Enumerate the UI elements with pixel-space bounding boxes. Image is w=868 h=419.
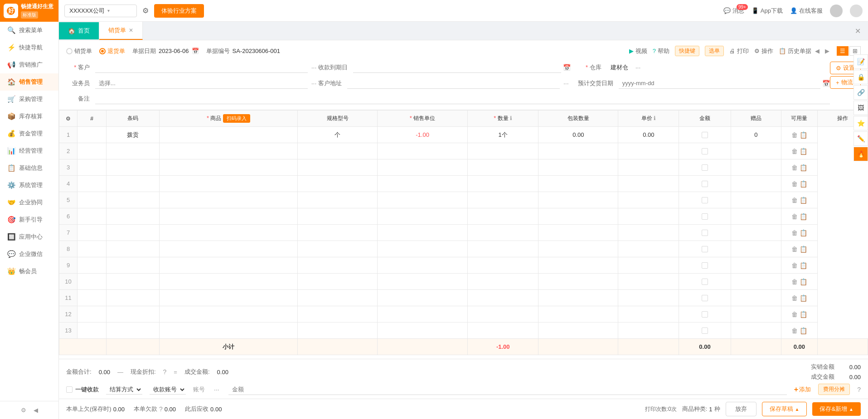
sidebar-item-quick-nav[interactable]: ⚡ 快捷导航 — [0, 39, 58, 56]
row-qty[interactable] — [378, 208, 468, 225]
row-price[interactable] — [538, 192, 618, 208]
date-value[interactable]: 2023-06-06 — [159, 48, 189, 54]
row-barcode[interactable] — [78, 176, 107, 192]
radio-sales-order[interactable]: 销货单 — [66, 47, 92, 55]
row-spec[interactable] — [159, 143, 297, 159]
row-gift[interactable] — [679, 290, 731, 306]
row-copy-icon[interactable]: 📋 — [800, 131, 807, 139]
operate-action[interactable]: ⚙ 操作 — [754, 47, 773, 55]
row-amount[interactable] — [618, 274, 679, 290]
row-gift[interactable] — [679, 323, 731, 339]
row-copy-icon[interactable]: 📋 — [800, 246, 807, 253]
debt-help-icon[interactable]: ? — [159, 405, 163, 413]
row-copy-icon[interactable]: 📋 — [800, 213, 807, 220]
gift-checkbox[interactable] — [702, 246, 708, 252]
row-delete-icon[interactable]: 🗑 — [791, 246, 798, 253]
row-unit[interactable]: 个 — [298, 127, 378, 143]
sidebar-item-operation[interactable]: 📊 经营管理 — [0, 142, 58, 159]
prev-arrow-icon[interactable]: ◀ — [813, 47, 821, 55]
row-spec[interactable] — [159, 225, 297, 241]
row-copy-icon[interactable]: 📋 — [800, 311, 807, 318]
float-image-btn[interactable]: 🖼 — [853, 101, 868, 115]
sidebar-item-system[interactable]: ⚙️ 系统管理 — [0, 177, 58, 194]
experience-button[interactable]: 体验行业方案 — [154, 4, 204, 18]
gift-checkbox[interactable] — [702, 295, 708, 301]
row-unit[interactable] — [298, 257, 378, 274]
row-barcode[interactable] — [78, 241, 107, 257]
collapse-icon[interactable]: ◀ — [32, 405, 40, 415]
row-spec[interactable] — [159, 176, 297, 192]
row-unit[interactable] — [298, 290, 378, 306]
row-price[interactable] — [538, 143, 618, 159]
float-orange-btn[interactable]: 🔥 — [853, 147, 868, 161]
row-barcode[interactable] — [78, 306, 107, 323]
row-spec[interactable] — [159, 323, 297, 339]
row-qty[interactable] — [378, 225, 468, 241]
row-price[interactable] — [538, 306, 618, 323]
row-delete-icon[interactable]: 🗑 — [791, 131, 798, 139]
row-barcode[interactable] — [78, 290, 107, 306]
history-action[interactable]: 📋 历史单据 ◀ ▶ — [779, 47, 831, 55]
row-qty[interactable] — [378, 306, 468, 323]
row-unit[interactable] — [298, 208, 378, 225]
gift-checkbox[interactable] — [702, 262, 708, 269]
row-amount[interactable] — [618, 192, 679, 208]
select-button[interactable]: 选单 — [705, 46, 724, 56]
row-price[interactable] — [538, 159, 618, 176]
row-qty[interactable]: -1.00 — [378, 127, 468, 143]
row-packqty[interactable] — [468, 143, 538, 159]
video-action[interactable]: ▶ 视频 — [629, 47, 647, 55]
account-select[interactable]: 收款账号 — [150, 385, 186, 395]
app-download-item[interactable]: 📱 App下载 — [752, 7, 783, 15]
calendar-icon[interactable]: 📅 — [192, 48, 199, 54]
row-product[interactable] — [107, 257, 159, 274]
one-click-pay-checkbox[interactable] — [66, 386, 73, 393]
row-packqty[interactable] — [468, 257, 538, 274]
row-delete-icon[interactable]: 🗑 — [791, 229, 798, 236]
sidebar-item-finance[interactable]: 💰 资金管理 — [0, 125, 58, 142]
row-delete-icon[interactable]: 🗑 — [791, 311, 798, 318]
row-amount[interactable] — [618, 290, 679, 306]
save-new-button[interactable]: 保存&新增 ▲ — [812, 402, 861, 416]
row-delete-icon[interactable]: 🗑 — [791, 197, 798, 204]
radio-return-order[interactable]: 退货单 — [99, 47, 125, 55]
row-packqty[interactable]: 1个 — [468, 127, 538, 143]
customer-input[interactable] — [95, 62, 308, 73]
row-gift[interactable] — [679, 241, 731, 257]
row-spec[interactable] — [159, 306, 297, 323]
row-amount[interactable] — [618, 159, 679, 176]
row-product[interactable] — [107, 323, 159, 339]
row-unit[interactable] — [298, 323, 378, 339]
expense-split-button[interactable]: 费用分摊 — [818, 384, 850, 395]
row-delete-icon[interactable]: 🗑 — [791, 262, 798, 269]
sidebar-item-purchase[interactable]: 🛒 采购管理 — [0, 91, 58, 108]
receipt-date-input[interactable] — [353, 62, 561, 73]
row-spec[interactable] — [159, 274, 297, 290]
row-packqty[interactable] — [468, 290, 538, 306]
sidebar-item-wechat[interactable]: 💬 企业微信 — [0, 246, 58, 263]
gift-checkbox[interactable] — [702, 181, 708, 187]
online-service-item[interactable]: 👤 在线客服 — [790, 7, 823, 15]
row-delete-icon[interactable]: 🗑 — [791, 180, 798, 188]
row-qty[interactable] — [378, 274, 468, 290]
row-delete-icon[interactable]: 🗑 — [791, 148, 798, 155]
row-qty[interactable] — [378, 290, 468, 306]
row-unit[interactable] — [298, 176, 378, 192]
gift-checkbox[interactable] — [702, 327, 708, 334]
row-gift[interactable] — [679, 274, 731, 290]
avatar-extra[interactable] — [850, 5, 863, 17]
row-packqty[interactable] — [468, 192, 538, 208]
row-copy-icon[interactable]: 📋 — [800, 278, 807, 285]
row-spec[interactable] — [159, 290, 297, 306]
row-copy-icon[interactable]: 📋 — [800, 327, 807, 334]
row-spec[interactable] — [159, 127, 297, 143]
row-barcode[interactable] — [78, 208, 107, 225]
row-amount[interactable] — [618, 306, 679, 323]
sidebar-item-search[interactable]: 🔍 搜索菜单 — [0, 22, 58, 39]
col-settings-header[interactable]: ⚙ — [59, 111, 78, 127]
row-qty[interactable] — [378, 159, 468, 176]
tab-home[interactable]: 🏠 首页 — [59, 22, 99, 39]
sidebar-item-guide[interactable]: 🎯 新手引导 — [0, 211, 58, 228]
row-gift[interactable] — [679, 208, 731, 225]
row-packqty[interactable] — [468, 323, 538, 339]
